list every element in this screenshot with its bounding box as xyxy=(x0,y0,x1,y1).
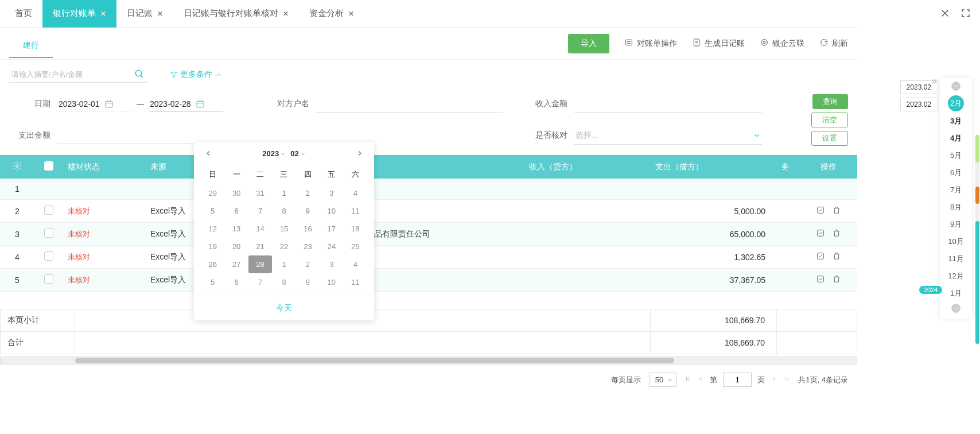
cal-day[interactable]: 8 xyxy=(272,273,295,291)
cal-day[interactable]: 19 xyxy=(201,238,224,255)
cal-day[interactable]: 29 xyxy=(201,184,224,202)
cal-day[interactable]: 11 xyxy=(344,273,367,291)
cal-day[interactable]: 23 xyxy=(296,238,320,255)
month-sidebar-item[interactable]: 6月 xyxy=(940,165,972,180)
cal-day[interactable]: 4 xyxy=(344,255,367,273)
cal-day[interactable]: 30 xyxy=(224,184,248,202)
cal-day[interactable]: 22 xyxy=(272,238,295,255)
matched-select[interactable]: 选择... xyxy=(574,127,762,145)
bank-link-button[interactable]: 银企云联 xyxy=(760,38,804,49)
query-button[interactable]: 查询 xyxy=(812,94,848,109)
cal-day[interactable]: 21 xyxy=(248,238,272,255)
cal-day[interactable]: 9 xyxy=(296,273,320,291)
cal-year-select[interactable]: 2023 xyxy=(262,149,286,158)
more-filters-toggle[interactable]: 更多条件 xyxy=(170,69,223,80)
cal-day[interactable]: 7 xyxy=(248,202,272,220)
cal-day[interactable]: 3 xyxy=(320,255,343,273)
cal-day[interactable]: 3 xyxy=(320,184,343,202)
page-input[interactable] xyxy=(723,373,752,387)
search-icon[interactable] xyxy=(134,69,145,81)
horizontal-scrollbar[interactable] xyxy=(0,356,857,365)
import-button[interactable]: 导入 xyxy=(568,34,609,53)
cal-day[interactable]: 20 xyxy=(224,238,248,255)
prev-page-button[interactable] xyxy=(697,375,704,384)
cal-day[interactable]: 10 xyxy=(320,202,343,220)
tab-close-icon[interactable]: ✕ xyxy=(157,10,163,18)
cal-day[interactable]: 31 xyxy=(248,184,272,202)
fullscreen-icon[interactable] xyxy=(960,8,971,20)
top-tab[interactable]: 日记账✕ xyxy=(116,0,173,28)
check-icon[interactable] xyxy=(816,274,825,285)
month-sidebar-item[interactable]: 7月 xyxy=(940,183,972,197)
cal-day[interactable]: 7 xyxy=(248,273,272,291)
cal-day[interactable]: 2 xyxy=(296,255,320,273)
settings-button[interactable]: 设置 xyxy=(811,131,848,146)
cal-day[interactable]: 11 xyxy=(344,202,367,220)
cal-day[interactable]: 14 xyxy=(248,220,272,238)
top-tab[interactable]: 银行对账单✕ xyxy=(42,0,116,28)
cal-day[interactable]: 16 xyxy=(296,220,320,238)
month-sidebar-item[interactable]: 12月 xyxy=(940,269,972,284)
cal-day[interactable]: 12 xyxy=(201,220,224,238)
first-page-button[interactable] xyxy=(685,375,691,384)
cal-day[interactable]: 4 xyxy=(344,184,367,202)
cal-day[interactable]: 26 xyxy=(201,255,224,273)
top-tab[interactable]: 资金分析✕ xyxy=(299,0,364,28)
cal-day[interactable]: 6 xyxy=(224,273,248,291)
clear-button[interactable]: 清空 xyxy=(811,113,848,127)
delete-icon[interactable] xyxy=(832,274,841,285)
date-to-input[interactable]: 2023-02-28 xyxy=(149,97,223,111)
col-gear[interactable] xyxy=(0,155,34,179)
row-checkbox[interactable] xyxy=(44,228,53,238)
cal-day[interactable]: 28 xyxy=(248,255,272,273)
close-icon[interactable] xyxy=(940,8,950,20)
month-sidebar-item[interactable]: 11月 xyxy=(940,251,972,266)
collapse-sidebar-icon[interactable] xyxy=(930,78,938,87)
expense-input[interactable] xyxy=(57,127,245,144)
last-page-button[interactable] xyxy=(783,375,790,384)
cal-today-button[interactable]: 今天 xyxy=(194,296,374,320)
tab-close-icon[interactable]: ✕ xyxy=(348,10,354,18)
date-from-input[interactable]: 2023-02-01 xyxy=(57,97,132,111)
cal-day[interactable]: 25 xyxy=(344,238,367,255)
statement-ops-button[interactable]: 对账单操作 xyxy=(624,38,677,49)
month-scroll-down[interactable] xyxy=(951,303,961,315)
row-checkbox[interactable] xyxy=(44,251,53,261)
month-sidebar-item[interactable]: 10月 xyxy=(940,234,972,249)
col-checkbox[interactable] xyxy=(34,155,63,179)
income-input[interactable] xyxy=(574,96,762,113)
sidebar-scroll-track[interactable] xyxy=(975,135,979,344)
tab-close-icon[interactable]: ✕ xyxy=(283,10,289,18)
cal-day[interactable]: 6 xyxy=(224,202,248,220)
check-icon[interactable] xyxy=(816,206,825,216)
tab-close-icon[interactable]: ✕ xyxy=(100,10,106,18)
cal-day[interactable]: 8 xyxy=(272,202,295,220)
cal-day[interactable]: 27 xyxy=(224,255,248,273)
cal-day[interactable]: 24 xyxy=(320,238,343,255)
counterparty-input[interactable] xyxy=(316,96,504,113)
month-sidebar-item[interactable]: 9月 xyxy=(940,217,972,232)
refresh-button[interactable]: 刷新 xyxy=(819,38,848,49)
cal-day[interactable]: 9 xyxy=(296,202,320,220)
cal-day[interactable]: 1 xyxy=(272,255,295,273)
cal-month-select[interactable]: 02 xyxy=(290,149,305,158)
delete-icon[interactable] xyxy=(832,251,841,262)
cal-day[interactable]: 5 xyxy=(201,273,224,291)
gen-journal-button[interactable]: 生成日记账 xyxy=(692,38,745,49)
cal-day[interactable]: 15 xyxy=(272,220,295,238)
cal-prev-button[interactable] xyxy=(204,149,212,159)
cal-day[interactable]: 1 xyxy=(272,184,295,202)
month-sidebar-item[interactable]: 5月 xyxy=(940,148,972,163)
cal-day[interactable]: 5 xyxy=(201,202,224,220)
top-tab[interactable]: 日记账与银行对账单核对✕ xyxy=(173,0,299,28)
delete-icon[interactable] xyxy=(832,206,841,216)
cal-day[interactable]: 10 xyxy=(320,273,343,291)
cal-day[interactable]: 13 xyxy=(224,220,248,238)
month-sidebar-item[interactable]: 3月 xyxy=(940,114,972,129)
top-tab[interactable]: 首页 xyxy=(5,0,42,28)
month-sidebar-item[interactable]: 2月 xyxy=(948,95,964,111)
cal-day[interactable]: 2 xyxy=(296,184,320,202)
month-sidebar-item[interactable]: 8月 xyxy=(940,200,972,215)
cal-next-button[interactable] xyxy=(356,149,364,159)
check-icon[interactable] xyxy=(816,228,825,239)
